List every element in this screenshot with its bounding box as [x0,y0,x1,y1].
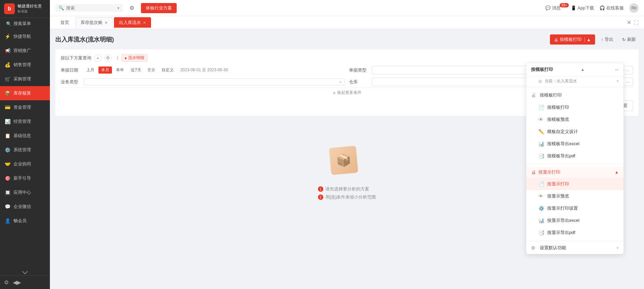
tab-home[interactable]: 首页 [55,17,74,28]
template-print-item[interactable]: 📄 按模板打印 [526,101,623,113]
printer-icon: 🖨 [531,93,536,98]
doc-print-icon: 📄 [538,105,544,110]
display-printer-icon: 🖨 [531,169,536,175]
user-avatar[interactable]: Rit [629,3,639,13]
display-excel-icon: 📊 [538,218,544,223]
template-custom-item[interactable]: ✏️ 模板自定义设计 [526,126,623,138]
print-dropdown-panel: 按模板打印 ▲ ··· ⊙ 当前：出入库流水 ▾ 🖨 按模板打印 [526,63,624,254]
sidebar-item-finance[interactable]: 💳 资金管理 [0,100,50,114]
date-opt-more[interactable]: 更多 [145,67,157,74]
display-print-item[interactable]: 📄 按显示打印 [526,178,623,190]
export-btn[interactable]: ↑ 导出 [598,35,616,44]
purchase-icon: 🛒 [4,76,11,82]
sidebar: b 畅捷通好生意 标准版 🔍 搜索菜单 ⚡ 快捷导航 📢 营销推广 💰 销售管理… [0,0,50,289]
date-opt-last-7-days[interactable]: 近7天 [128,67,144,74]
empty-tips-list: 1 请先选择要分析的方案 2 用[选]条件来缩小分析范围 [318,186,376,202]
sidebar-item-apps[interactable]: 🔲 应用中心 [0,185,50,200]
online-service-btn[interactable]: 🎧 在线客服 [599,5,624,11]
app-download-icon: 📱 [571,5,576,10]
warehouse-more-icon[interactable]: ··· [626,79,630,84]
sidebar-item-member[interactable]: 👤 畅会员 [0,214,50,228]
topbar-search-wrap[interactable]: 🔍 ▾ [55,4,123,12]
template-export-pdf-item[interactable]: 📑 按模板导出pdf [526,150,623,162]
dropdown-panel-title: 按模板打印 [531,67,553,73]
filter-tag-item: ● 流水明细 [121,54,147,62]
print-dropdown-arrow[interactable]: ▲ [584,37,591,42]
message-btn[interactable]: 💬 消息 99+ [545,5,565,11]
tab-batch-account-close[interactable]: ✕ [105,21,108,25]
trial-btn[interactable]: 体验行业方案 [141,3,177,13]
main-area: 🔍 ▾ ⚙ 体验行业方案 💬 消息 99+ 📱 App下载 🎧 在线客服 Rit [50,0,644,289]
system-icon: ⚙️ [4,147,11,153]
display-print-section: 🖨 按显示打印 ▲ 📄 按显示打印 👁 按显示预览 ⚙️ 按显示打印设 [526,165,623,240]
operation-icon: 📊 [4,118,11,125]
sidebar-item-operation[interactable]: 📊 经营管理 [0,114,50,129]
tab-batch-account[interactable]: 库存批次账 ✕ [76,17,113,28]
date-opt-this-month[interactable]: 本月 [98,67,112,74]
date-opt-this-year[interactable]: 本年 [113,67,127,74]
tab-in-out-flow[interactable]: 出入库流水 ✕ [114,17,151,28]
app-logo: b 畅捷通好生意 标准版 [0,0,50,18]
dropdown-more-btn[interactable]: ··· [615,67,619,72]
topbar-search-input[interactable] [66,5,115,10]
filter-date-range: 2023-06-01 至 2023-06-30 [180,67,228,73]
refresh-btn[interactable]: ↻ 刷新 [619,35,639,44]
filter-biz-type-input[interactable]: ▾ [84,78,345,85]
sidebar-item-label: 畅会员 [13,218,46,224]
dropdown-close-arrow[interactable]: ▲ [581,67,585,72]
sidebar-collapse-icon[interactable]: ◀▶ [13,279,21,286]
sidebar-item-guide[interactable]: 🎯 新手引导 [0,171,50,185]
tab-in-out-flow-close[interactable]: ✕ [143,21,146,25]
settings-icon[interactable]: ⚙ [4,279,9,286]
filter-add-button[interactable]: + [94,54,101,62]
filter-settings-button[interactable]: ⚙ [104,54,112,62]
sidebar-item-inventory[interactable]: 📦 库存核算 [0,86,50,100]
sidebar-item-label: 经营管理 [13,119,46,125]
filter-header: 按以下方案查询 + ⚙ 《 ● 流水明细 [61,54,633,62]
app-download-btn[interactable]: 📱 App下载 [571,5,594,11]
topbar-gear-button[interactable]: ⚙ [127,3,137,13]
sidebar-item-corp[interactable]: 🤝 企业协同 [0,157,50,171]
sidebar-item-quick-nav[interactable]: ⚡ 快捷导航 [0,29,50,44]
dropdown-sep-2 [526,164,623,164]
main-body: 出入库流水(流水明细) 🖨 按模板打印 ▲ ↑ 导出 ↻ 刷新 [50,29,644,289]
current-icon: ⊙ [538,79,542,84]
sidebar-item-purchase[interactable]: 🛒 采购管理 [0,72,50,86]
logo-icon: b [4,3,15,14]
display-print-section-header[interactable]: 🖨 按显示打印 ▲ [526,166,623,178]
date-opt-last-month[interactable]: 上月 [84,67,97,74]
sidebar-item-marketing[interactable]: 📢 营销推广 [0,44,50,58]
display-print-settings-item[interactable]: ⚙️ 按显示打印设置 [526,202,623,214]
filter-date-field: 单据日期 上月 本月 本年 近7天 更多 自定义 2023-06-01 至 20… [61,66,345,74]
display-print-section-label: 按显示打印 [538,169,615,175]
print-template-btn[interactable]: 🖨 按模板打印 ▲ [550,34,595,45]
sidebar-item-wechat[interactable]: 💬 企业微信 [0,200,50,214]
display-export-pdf-item[interactable]: 📑 按显示导出pdf [526,227,623,239]
topbar-dropdown-arrow[interactable]: ▾ [117,6,119,10]
filter-collapse-button[interactable]: 《 [114,55,119,61]
sidebar-item-label: 采购管理 [13,76,46,82]
set-default-item[interactable]: ⚙ 设置默认功能 ▾ [526,242,623,254]
more-options-icon[interactable]: ··· [626,68,630,73]
sidebar-item-basic[interactable]: 📋 基础信息 [0,129,50,143]
tab-expand[interactable]: ⛶ [634,20,639,25]
display-preview-icon: 👁 [538,193,544,199]
sidebar-item-sales[interactable]: 💰 销售管理 [0,58,50,72]
message-label: 消息 [552,5,561,11]
current-label: 当前：出入库流水 [545,78,577,84]
date-opt-custom[interactable]: 自定义 [159,67,176,74]
sidebar-item-label: 销售管理 [13,62,46,68]
sidebar-item-system[interactable]: ⚙️ 系统管理 [0,143,50,157]
filter-biz-type-field: 业务类型 ▾ [61,78,345,86]
preview-icon: 👁 [538,117,544,122]
template-export-excel-item[interactable]: 📊 按模板导出excel [526,138,623,150]
template-print-header-item[interactable]: 🖨 按模板打印 [526,89,623,101]
tab-close-all[interactable]: ✕ [627,19,631,26]
display-export-excel-item[interactable]: 📊 按显示导出excel [526,214,623,227]
template-preview-item[interactable]: 👁 按模板预览 [526,113,623,126]
search-menu-item[interactable]: 🔍 搜索菜单 [0,18,50,29]
tab-home-label: 首页 [60,20,69,26]
display-preview-item[interactable]: 👁 按显示预览 [526,190,623,202]
sidebar-scroll-down[interactable] [0,267,50,275]
print-icon: 🖨 [554,37,558,42]
